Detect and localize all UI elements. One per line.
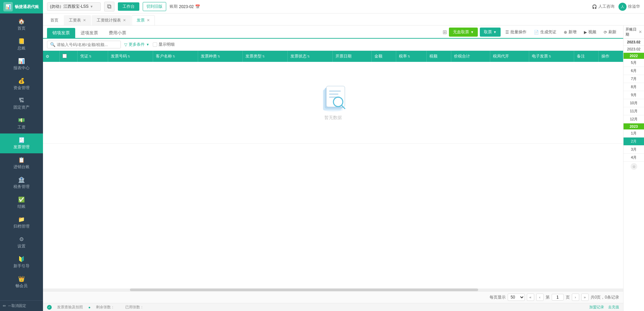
period-calendar-icon[interactable]: 📅	[195, 4, 200, 9]
table-col-2[interactable]: 凭证⇅	[78, 51, 108, 62]
nav-label-3: 资金管理	[13, 85, 30, 91]
sidebar-item-新手引导[interactable]: 🔰新手引导	[0, 252, 43, 272]
sidebar-bottom-toggle[interactable]: ⇔ ↔取消固定	[0, 300, 43, 311]
date-panel-toggle[interactable]: ◀	[623, 163, 624, 174]
date-month-2022-12月[interactable]: 12月	[624, 115, 644, 123]
sidebar-item-设置[interactable]: ⚙设置	[0, 233, 43, 252]
sidebar-toggle-icon: ⇔	[3, 304, 6, 308]
refresh-btn[interactable]: ⟳ 刷新	[601, 28, 619, 37]
tab-close-3[interactable]: ✕	[147, 18, 150, 22]
sidebar-item-税务管理[interactable]: 🏦税务管理	[0, 173, 43, 193]
date-month-2022-7月[interactable]: 7月	[624, 75, 644, 83]
nav-label-10: 归档管理	[13, 224, 30, 229]
sub-tab-费用小票[interactable]: 费用小票	[103, 28, 132, 38]
horizontal-scrollbar[interactable]	[43, 288, 623, 291]
next-page-btn[interactable]: ›	[572, 294, 579, 301]
table-col-5[interactable]: 发票种类⇅	[198, 51, 243, 62]
page-size-select[interactable]: 50 10 20 100	[508, 294, 525, 301]
close-panel-icon[interactable]: ✕	[639, 30, 642, 34]
tab-首页[interactable]: 首页	[46, 15, 63, 25]
date-month-2022-11月[interactable]: 11月	[624, 107, 644, 115]
search-input[interactable]	[57, 42, 117, 47]
period-info: 账期 2023-02 📅	[170, 4, 200, 9]
switch-old-button[interactable]: 切到旧版	[143, 2, 166, 11]
table-col-4[interactable]: 客户名称⇅	[153, 51, 198, 62]
page-number-input[interactable]	[552, 294, 564, 301]
nav-label-9: 结账	[17, 204, 26, 209]
sidebar-item-发票管理[interactable]: 🧾发票管理	[0, 133, 43, 153]
sidebar-item-进销台账[interactable]: 📋进销台账	[0, 153, 43, 173]
sidebar-item-首页[interactable]: 🏠首页	[0, 15, 43, 35]
date-scroll-btn[interactable]: ⊙	[631, 163, 637, 170]
table-col-10[interactable]: 税率⇅	[396, 51, 426, 62]
sidebar-item-工资[interactable]: 💵工资	[0, 114, 43, 133]
prev-page-btn[interactable]: ‹	[536, 294, 544, 301]
get-invoice-btn[interactable]: 取票 ▼	[480, 28, 501, 37]
sub-tab-销项发票[interactable]: 销项发票	[47, 28, 75, 38]
date-month-2022-6月[interactable]: 6月	[624, 67, 644, 75]
date-month-2022-10月[interactable]: 10月	[624, 99, 644, 107]
select-all-checkbox[interactable]	[62, 54, 67, 58]
company-selector[interactable]: (勿动）江西股宝-LSS ▼	[47, 2, 101, 11]
date-month-2023-2月[interactable]: 2月	[624, 138, 644, 146]
table-col-14[interactable]: 电子发票⇅	[529, 51, 574, 62]
workspace-button[interactable]: 工作台	[118, 2, 139, 11]
search-bar: 🔍 ▽ 更多条件 ▼ 显示明细	[43, 39, 623, 51]
date-month-2023-4月[interactable]: 4月	[624, 154, 644, 162]
tabs-bar: 首页工资表✕工资统计报表✕发票✕	[43, 13, 644, 26]
header: (勿动）江西股宝-LSS ▼ ⧉ 工作台 切到旧版 账期 2023-02 📅 🎧…	[43, 0, 644, 13]
ai-consult-btn[interactable]: 🎧 人工咨询	[592, 4, 614, 9]
user-profile[interactable]: 人 徐溢华	[618, 3, 640, 11]
first-page-btn[interactable]: «	[527, 294, 534, 301]
join-link[interactable]: 加盟记录	[589, 305, 604, 310]
sidebar-item-总账[interactable]: 📒总账	[0, 35, 43, 54]
nav-icon-9: ✅	[18, 196, 25, 203]
nav-label-7: 进销台账	[13, 164, 30, 170]
tab-close-1[interactable]: ✕	[83, 18, 86, 22]
sidebar-item-畅会员[interactable]: 👑畅会员	[0, 272, 43, 292]
table-col-13: 税局代开	[490, 51, 529, 62]
table-body: 暂无数据	[43, 62, 623, 144]
tab-工资统计报表[interactable]: 工资统计报表✕	[92, 15, 131, 25]
date-month-2022-9月[interactable]: 9月	[624, 91, 644, 99]
logo-text: 畅捷通易代账	[15, 4, 39, 9]
sub-tab-进项发票[interactable]: 进项发票	[75, 28, 103, 38]
date-entry-top[interactable]: 2023.02	[624, 46, 644, 53]
sidebar-item-归档管理[interactable]: 📁归档管理	[0, 213, 43, 233]
nav-icon-11: ⚙	[19, 236, 24, 242]
date-month-2022-8月[interactable]: 8月	[624, 83, 644, 91]
sidebar-item-固定资产[interactable]: 🏗固定资产	[0, 94, 43, 114]
sidebar-item-结账[interactable]: ✅结账	[0, 193, 43, 213]
tab-发票[interactable]: 发票✕	[132, 15, 155, 25]
table-col-3[interactable]: 发票号码⇅	[108, 51, 153, 62]
batch-ops-btn[interactable]: ☰ 批量操作	[503, 28, 529, 37]
filter-btn[interactable]: ▽ 更多条件 ▼	[124, 42, 149, 47]
grid-settings-icon[interactable]: ⊞	[443, 29, 447, 35]
nav-label-1: 总账	[17, 45, 26, 51]
date-month-2023-1月[interactable]: 1月	[624, 129, 644, 138]
no-invoice-btn[interactable]: 无血取票 ▼	[449, 28, 478, 37]
table-col-6[interactable]: 发票类型⇅	[243, 51, 288, 62]
empty-text: 暂无数据	[324, 115, 342, 121]
date-month-2023-3月[interactable]: 3月	[624, 146, 644, 154]
sidebar-item-资金管理[interactable]: 💰资金管理	[0, 74, 43, 94]
recharge-link[interactable]: 去充值	[608, 305, 619, 310]
generate-voucher-btn[interactable]: 📄 生成凭证	[531, 28, 559, 37]
new-btn[interactable]: ⊕ 新增	[561, 28, 579, 37]
table-col-0: ⚙	[43, 51, 59, 62]
last-page-btn[interactable]: »	[581, 294, 589, 301]
nav-icon-3: 💰	[18, 78, 25, 84]
copy-button[interactable]: ⧉	[104, 2, 114, 11]
no-invoice-label: 无血取票	[453, 29, 469, 35]
show-detail-checkbox[interactable]	[153, 42, 157, 47]
tab-工资表[interactable]: 工资表✕	[64, 15, 91, 25]
sidebar-item-报表中心[interactable]: 📊报表中心	[0, 54, 43, 74]
get-invoice-label: 取票	[484, 29, 492, 35]
search-input-wrap: 🔍	[47, 41, 121, 48]
video-btn[interactable]: ▶ 视频	[581, 28, 599, 37]
date-entry-top[interactable]: 2023.02	[624, 39, 644, 46]
svg-rect-5	[329, 93, 338, 95]
table-col-7[interactable]: 发票状态⇅	[288, 51, 333, 62]
date-month-2022-5月[interactable]: 5月	[624, 59, 644, 67]
tab-close-2[interactable]: ✕	[123, 18, 126, 22]
